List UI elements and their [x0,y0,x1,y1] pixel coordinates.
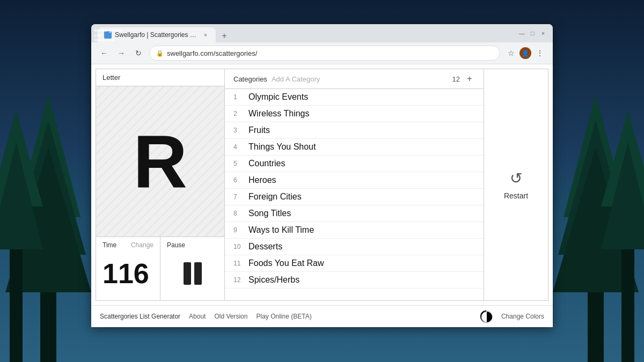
old-version-link[interactable]: Old Version [214,313,247,320]
new-tab-button[interactable]: + [218,29,231,42]
close-button[interactable]: × [540,30,546,36]
back-button[interactable]: ← [98,47,111,60]
category-number: 4 [233,143,248,151]
list-item[interactable]: 11Foods You Eat Raw [225,255,484,272]
restart-panel: ↺ Restart [484,69,548,300]
category-name: Countries [248,159,475,168]
time-label: Time [103,241,116,249]
category-number: 7 [233,193,248,201]
active-tab[interactable]: Scattergories List Generator Swellgarfo … [98,27,216,42]
restart-button[interactable]: Restart [504,191,528,200]
category-number: 6 [233,176,248,184]
list-item[interactable]: 3Fruits [225,122,484,139]
window-controls: — □ × [518,30,546,36]
user-avatar[interactable]: 👤 [519,47,531,59]
category-name: Spices/Herbs [248,275,475,285]
tab-title: Swellgarfo | Scattergories List G... [115,31,199,39]
list-item[interactable]: 10Desserts [225,239,484,255]
category-name: Foreign Cities [248,192,475,202]
pause-panel: Pause [160,237,224,300]
pause-icon [184,262,202,285]
category-number: 8 [233,210,248,217]
category-number: 10 [233,243,248,250]
maximize-button[interactable]: □ [529,30,536,36]
category-name: Song Titles [248,209,475,218]
lock-icon: 🔒 [156,50,164,57]
category-name: Desserts [248,242,475,252]
tab-area: Scattergories List Generator Swellgarfo … [98,24,518,42]
category-name: Ways to Kill Time [248,225,475,235]
nav-actions: ☆ 👤 ⋮ [504,47,546,60]
refresh-button[interactable]: ↻ [132,47,145,60]
list-item[interactable]: 1Olympic Events [225,89,484,106]
browser-navbar: ← → ↻ 🔒 swellgarfo.com/scattergories/ ☆ … [91,42,553,64]
timer-header: Time Change [103,241,153,249]
pause-button[interactable] [167,251,218,296]
left-panel: Letter R Time Change 116 Pause [96,69,225,300]
url-text: swellgarfo.com/scattergories/ [167,49,493,57]
browser-window: Scattergories List Generator Swellgarfo … [91,24,553,327]
timer-value: 116 [103,251,153,296]
category-name: Things You Shout [248,142,475,152]
list-item[interactable]: 8Song Titles [225,205,484,222]
menu-button[interactable]: ⋮ [533,47,546,60]
about-link[interactable]: About [189,313,206,320]
timer-panel: Time Change 116 [96,237,160,300]
category-number: 3 [233,127,248,134]
play-online-link[interactable]: Play Online (BETA) [256,313,311,320]
category-number: 9 [233,226,248,234]
category-name: Foods You Eat Raw [248,258,475,268]
letter-label: Letter [96,69,224,86]
letter-display: R [96,86,224,237]
list-item[interactable]: 7Foreign Cities [225,189,484,205]
categories-header: Categories Add A Category 12 + [225,69,484,89]
current-letter: R [133,124,187,199]
app-name-footer: Scattergories List Generator [100,313,180,320]
list-item[interactable]: 4Things You Shout [225,139,484,156]
page-content: Letter R Time Change 116 Pause [91,64,553,327]
category-name: Heroes [248,175,475,185]
pause-bar-right [194,262,202,285]
category-number: 2 [233,110,248,117]
category-add-icon[interactable]: + [464,73,475,84]
category-name: Wireless Things [248,109,475,119]
category-name: Fruits [248,125,475,135]
category-name: Olympic Events [248,92,475,102]
minimize-button[interactable]: — [518,30,525,36]
list-item[interactable]: 2Wireless Things [225,106,484,122]
browser-titlebar: Scattergories List Generator Swellgarfo … [91,24,553,42]
pause-label: Pause [167,241,218,249]
categories-title: Categories [233,75,267,83]
category-number: 5 [233,160,248,167]
list-item[interactable]: 12Spices/Herbs [225,272,484,289]
change-colors-button[interactable]: Change Colors [501,313,544,320]
category-number: 12 [233,276,248,284]
category-list: 1Olympic Events2Wireless Things3Fruits4T… [225,89,484,300]
category-number: 1 [233,93,248,101]
change-time-button[interactable]: Change [131,241,153,249]
half-circle-icon [480,311,493,323]
category-number: 11 [233,260,248,267]
star-button[interactable]: ☆ [504,47,517,60]
address-bar[interactable]: 🔒 swellgarfo.com/scattergories/ [149,46,500,61]
tab-close-button[interactable]: × [202,31,209,39]
list-item[interactable]: 6Heroes [225,172,484,189]
timer-section: Time Change 116 Pause [96,237,224,300]
main-layout: Letter R Time Change 116 Pause [96,69,548,301]
category-count: 12 [452,75,460,83]
restart-icon[interactable]: ↺ [510,169,522,187]
pause-bar-left [184,262,191,285]
categories-panel: Categories Add A Category 12 + 1Olympic … [225,69,484,300]
tab-favicon: Scattergories List Generator [104,31,112,39]
forward-button[interactable]: → [115,47,128,60]
color-toggle-icon[interactable] [480,310,493,323]
add-category-button[interactable]: Add A Category [272,75,320,83]
list-item[interactable]: 9Ways to Kill Time [225,222,484,239]
list-item[interactable]: 5Countries [225,156,484,172]
page-footer: Scattergories List Generator About Old V… [91,305,553,327]
